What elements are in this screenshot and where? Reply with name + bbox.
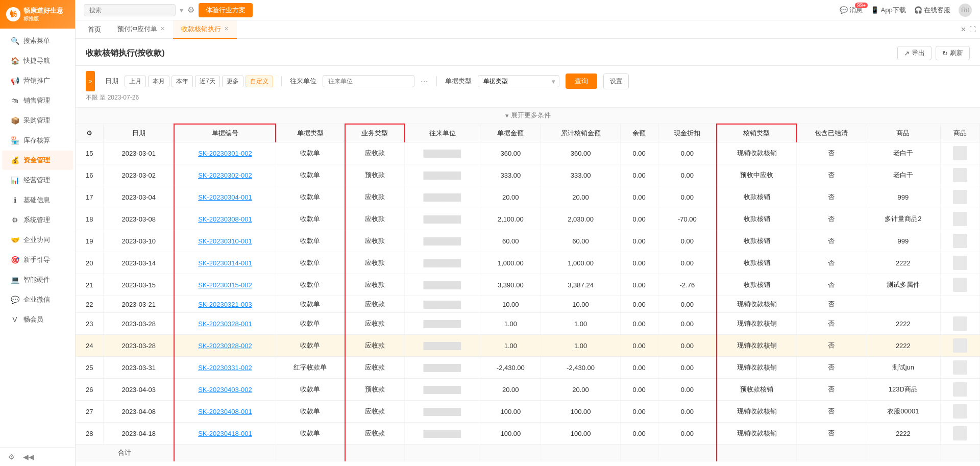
sidebar-item-quicknav[interactable]: 🏠 快捷导航	[2, 51, 73, 70]
col-header-date: 日期	[104, 124, 174, 142]
table-row[interactable]: 20 2023-03-14 SK-20230314-001 收款单 应收款 ██…	[76, 252, 980, 274]
more-filters-dots[interactable]: ···	[421, 76, 428, 87]
close-tab-receipt-verify-icon[interactable]: ✕	[224, 26, 229, 32]
sidebar-item-hardware[interactable]: 💻 智能硬件	[2, 270, 73, 289]
table-row[interactable]: 18 2023-03-08 SK-20230308-001 收款单 应收款 ██…	[76, 208, 980, 230]
cell-verify-amount: -2,430.00	[541, 357, 620, 379]
query-button[interactable]: 查询	[566, 73, 597, 89]
counterpart-input[interactable]	[323, 75, 414, 87]
cell-no: 23	[76, 313, 104, 335]
table-row[interactable]: 24 2023-03-28 SK-20230328-002 收款单 应收款 ██…	[76, 335, 980, 357]
sidebar-item-search[interactable]: 🔍 搜索菜单	[2, 31, 73, 51]
table-row[interactable]: 16 2023-03-02 SK-20230302-002 收款单 预收款 ██…	[76, 164, 980, 186]
sidebar-item-operation[interactable]: 📊 经营管理	[2, 170, 73, 190]
refresh-button[interactable]: ↻ 刷新	[936, 46, 970, 60]
cell-counterpart: ████████	[404, 423, 480, 445]
cell-counterpart: ████████	[404, 142, 480, 164]
app-download-link[interactable]: 📱 App下载	[871, 6, 905, 15]
close-all-tabs-icon[interactable]: ✕	[961, 26, 966, 33]
order-no-link[interactable]: SK-20230403-002	[198, 386, 252, 394]
avatar[interactable]: Rit	[959, 4, 972, 17]
order-no-link[interactable]: SK-20230328-002	[198, 342, 252, 350]
col-header-gear[interactable]: ⚙	[76, 124, 104, 142]
tab-receipt-verify[interactable]: 收款核销执行 ✕	[173, 20, 237, 39]
expand-tabs-icon[interactable]: ⛶	[969, 26, 976, 33]
search-input[interactable]	[84, 4, 176, 16]
cell-balance: 0.00	[620, 230, 658, 252]
order-no-link[interactable]: SK-20230304-001	[198, 193, 252, 201]
cell-goods-img	[941, 357, 980, 379]
order-no-link[interactable]: SK-20230408-001	[198, 408, 252, 415]
table-settings-icon[interactable]: ⚙	[86, 129, 92, 137]
cell-discount: 0.00	[658, 186, 717, 208]
cell-receipt-type: 收款单	[276, 230, 345, 252]
order-no-link[interactable]: SK-20230308-001	[198, 215, 252, 223]
order-no-link[interactable]: SK-20230314-001	[198, 259, 252, 267]
cell-order-no: SK-20230301-002	[174, 142, 276, 164]
cell-biz-type: 应收款	[345, 142, 404, 164]
sidebar-item-corp[interactable]: 🤝 企业协同	[2, 230, 73, 250]
cell-no: 28	[76, 423, 104, 445]
tab-prepay[interactable]: 预付冲应付单 ✕	[109, 20, 173, 39]
sidebar-item-wechat[interactable]: 💬 企业微信	[2, 290, 73, 309]
order-no-link[interactable]: SK-20230321-003	[198, 301, 252, 308]
order-no-link[interactable]: SK-20230331-002	[198, 364, 252, 372]
order-no-link[interactable]: SK-20230418-001	[198, 430, 252, 437]
total-label: 合计	[76, 445, 174, 461]
this-year-button[interactable]: 本年	[172, 76, 193, 87]
gear-icon[interactable]: ⚙	[187, 5, 194, 15]
table-row[interactable]: 25 2023-03-31 SK-20230331-002 红字收款单 应收款 …	[76, 357, 980, 379]
table-row[interactable]: 15 2023-03-01 SK-20230301-002 收款单 应收款 ██…	[76, 142, 980, 164]
last-7-days-button[interactable]: 近7天	[195, 76, 220, 87]
order-no-link[interactable]: SK-20230301-002	[198, 150, 252, 157]
sidebar-item-sales[interactable]: 🛍 销售管理	[2, 91, 73, 110]
expand-conditions-button[interactable]: ▾ 展开更多条件	[505, 111, 551, 120]
sidebar-item-guide[interactable]: 🎯 新手引导	[2, 250, 73, 269]
custom-date-button[interactable]: 自定义	[246, 76, 273, 87]
order-no-link[interactable]: SK-20230315-002	[198, 281, 252, 289]
order-no-link[interactable]: SK-20230302-002	[198, 171, 252, 179]
cell-balance: 0.00	[620, 186, 658, 208]
refresh-icon: ↻	[942, 50, 948, 57]
last-month-button[interactable]: 上月	[125, 76, 146, 87]
cell-discount: 0.00	[658, 164, 717, 186]
sidebar-item-system[interactable]: ⚙ 系统管理	[2, 210, 73, 230]
table-row[interactable]: 26 2023-04-03 SK-20230403-002 收款单 预收款 ██…	[76, 379, 980, 401]
cell-date: 2023-04-08	[104, 401, 174, 423]
cell-balance: 0.00	[620, 313, 658, 335]
sidebar-item-purchase[interactable]: 📦 采购管理	[2, 111, 73, 130]
table-row[interactable]: 19 2023-03-10 SK-20230310-001 收款单 应收款 ██…	[76, 230, 980, 252]
cell-balance: 0.00	[620, 401, 658, 423]
table-row[interactable]: 21 2023-03-15 SK-20230315-002 收款单 应收款 ██…	[76, 274, 980, 296]
this-month-button[interactable]: 本月	[148, 76, 169, 87]
table-row[interactable]: 28 2023-04-18 SK-20230418-001 收款单 应收款 ██…	[76, 423, 980, 445]
receipt-type-select[interactable]: 单据类型	[478, 75, 559, 87]
sidebar-item-basic[interactable]: ℹ 基础信息	[2, 190, 73, 210]
sidebar-item-inventory[interactable]: 🏪 库存核算	[2, 131, 73, 150]
online-service-link[interactable]: 🎧 在线客服	[914, 6, 950, 15]
industry-solution-button[interactable]: 体验行业方案	[199, 3, 253, 17]
expand-filter-button[interactable]: »	[86, 71, 95, 91]
cell-goods: 2222	[866, 252, 940, 274]
table-row[interactable]: 17 2023-03-04 SK-20230304-001 收款单 应收款 ██…	[76, 186, 980, 208]
sidebar-item-marketing[interactable]: 📢 营销推广	[2, 71, 73, 90]
table-row[interactable]: 22 2023-03-21 SK-20230321-003 收款单 应收款 ██…	[76, 296, 980, 313]
sidebar-bottom: ⚙ ◀◀	[0, 447, 75, 466]
table-row[interactable]: 23 2023-03-28 SK-20230328-001 收款单 应收款 ██…	[76, 313, 980, 335]
order-no-link[interactable]: SK-20230310-001	[198, 237, 252, 245]
receipt-verify-tab-label: 收款核销执行	[181, 24, 221, 34]
export-button[interactable]: ↗ 导出	[897, 46, 932, 60]
more-date-button[interactable]: 更多	[222, 76, 243, 87]
sidebar-item-finance[interactable]: 💰 资金管理	[2, 151, 73, 170]
marketing-icon: 📢	[10, 77, 19, 85]
cell-discount: -2.76	[658, 274, 717, 296]
table-row[interactable]: 27 2023-04-08 SK-20230408-001 收款单 应收款 ██…	[76, 401, 980, 423]
collapse-icon[interactable]: ◀◀	[23, 453, 34, 461]
settings-button[interactable]: 设置	[603, 73, 629, 89]
messages-badge[interactable]: 💬 消息 99+	[840, 6, 863, 15]
tab-home[interactable]: 首页	[80, 20, 109, 39]
sidebar-item-member[interactable]: V 畅会员	[2, 310, 73, 329]
close-tab-prepay-icon[interactable]: ✕	[160, 26, 165, 32]
settings-icon[interactable]: ⚙	[8, 453, 15, 461]
order-no-link[interactable]: SK-20230328-001	[198, 320, 252, 328]
